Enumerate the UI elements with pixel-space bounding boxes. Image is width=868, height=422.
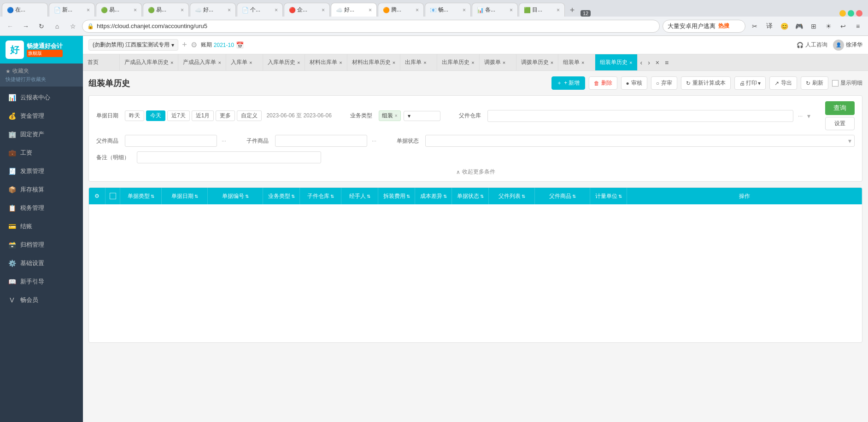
browser-tab-close-5[interactable]: × — [226, 7, 231, 13]
user-info[interactable]: 👤 徐泽华 — [833, 40, 862, 51]
settings-gear-icon[interactable]: ⚙ — [191, 40, 197, 49]
tab-next-button[interactable]: › — [645, 54, 653, 70]
sidebar-item-guide[interactable]: 📖 新手引导 — [0, 272, 83, 291]
tab-close-assembly[interactable]: × — [581, 60, 584, 65]
page-tab-home[interactable]: 首页 — [83, 54, 120, 70]
filter-settings-button[interactable]: 设置 — [825, 117, 855, 130]
browser-tab-7[interactable]: 🔴 企... × — [284, 3, 330, 17]
col-parent-goods[interactable]: 父件商品 ⇅ — [535, 188, 590, 204]
browser-tab-close-9[interactable]: × — [414, 7, 419, 13]
tab-close-assembly-history[interactable]: × — [629, 60, 632, 65]
game-icon[interactable]: 🎮 — [792, 20, 805, 33]
favorites-action[interactable]: 快捷键打开收藏夹 — [6, 76, 77, 83]
tab-close-all-button[interactable]: × — [653, 54, 662, 70]
tab-close-receipt[interactable]: × — [249, 60, 252, 65]
scissors-icon[interactable]: ✂ — [748, 20, 761, 33]
new-tab-button[interactable]: + — [566, 4, 579, 17]
delete-button[interactable]: 🗑 删除 — [589, 76, 617, 90]
sidebar-item-settlement[interactable]: 💳 结账 — [0, 217, 83, 236]
emoji-icon[interactable]: 😊 — [778, 20, 791, 33]
col-bill-type[interactable]: 单据类型 ⇅ — [120, 188, 162, 204]
browser-tab-2[interactable]: 📄 新... × — [49, 3, 95, 17]
browser-tab-8[interactable]: ☁️ 好... × — [331, 3, 377, 17]
browser-tab-5[interactable]: ☁️ 好... × — [190, 3, 236, 17]
biz-type-tag-remove[interactable]: × — [395, 113, 398, 118]
apps-icon[interactable]: ⊞ — [807, 20, 820, 33]
browser-tab-4[interactable]: 🟢 易... × — [143, 3, 189, 17]
browser-tab-11[interactable]: 📊 各... × — [472, 3, 518, 17]
tab-close-finished-goods-history[interactable]: × — [170, 60, 173, 65]
sidebar-item-inventory[interactable]: 📦 库存核算 — [0, 180, 83, 199]
forward-button[interactable]: → — [19, 20, 32, 33]
column-settings-icon[interactable]: ⚙ — [94, 193, 100, 199]
col-biz-type[interactable]: 业务类型 ⇅ — [263, 188, 300, 204]
col-handler[interactable]: 经手人 ⇅ — [341, 188, 378, 204]
period-selector[interactable]: 账期 2021-10 📅 — [201, 41, 244, 49]
service-button[interactable]: 🎧 人工咨询 — [797, 41, 827, 49]
col-select-all[interactable] — [106, 188, 120, 204]
tab-close-material-issue-history[interactable]: × — [393, 60, 395, 65]
page-tab-finished-goods-history[interactable]: 产成品入库单历史 × — [120, 54, 178, 70]
refresh-button[interactable]: ↻ 刷新 — [801, 76, 828, 90]
sidebar-item-tax[interactable]: 📋 税务管理 — [0, 199, 83, 217]
date-btn-more[interactable]: 更多 — [216, 110, 235, 121]
col-bill-date[interactable]: 单据日期 ⇅ — [162, 188, 208, 204]
browser-tab-close-8[interactable]: × — [367, 7, 372, 13]
page-tab-assembly-history[interactable]: 组装单历史 × — [595, 54, 637, 70]
date-btn-yesterday[interactable]: 昨天 — [125, 110, 144, 121]
sidebar-item-settings[interactable]: ⚙️ 基础设置 — [0, 254, 83, 272]
date-btn-custom[interactable]: 自定义 — [237, 110, 262, 121]
filter-collapse-button[interactable]: ∧ 收起更多条件 — [96, 168, 855, 176]
date-btn-7days[interactable]: 近7天 — [167, 110, 190, 121]
undo-icon[interactable]: ↩ — [837, 20, 850, 33]
browser-tab-close-2[interactable]: × — [85, 7, 90, 13]
translate-icon[interactable]: 译 — [763, 20, 776, 33]
home-button[interactable]: ⌂ — [51, 20, 64, 33]
browser-tab-close-11[interactable]: × — [508, 7, 513, 13]
show-detail-checkbox[interactable] — [832, 80, 839, 87]
sub-goods-more-icon[interactable]: ··· — [370, 138, 378, 144]
page-tab-receipt[interactable]: 入库单 × — [226, 54, 263, 70]
audit-button[interactable]: ● 审核 — [621, 76, 647, 90]
add-button[interactable]: ＋ + 新增 — [551, 76, 585, 90]
date-btn-1month[interactable]: 近1月 — [192, 110, 214, 121]
page-tab-issue-history[interactable]: 出库单历史 × — [437, 54, 479, 70]
select-all-checkbox[interactable] — [110, 193, 116, 199]
page-tab-transfer[interactable]: 调拨单 × — [480, 54, 516, 70]
sidebar-item-reports[interactable]: 📊 云报表中心 — [0, 88, 83, 107]
sidebar-item-member[interactable]: V 畅会员 — [0, 291, 83, 309]
col-bill-status[interactable]: 单据状态 ⇅ — [452, 188, 489, 204]
browser-tab-close-12[interactable]: × — [555, 7, 560, 13]
tab-close-transfer[interactable]: × — [503, 60, 505, 65]
recalculate-button[interactable]: ↻ 重新计算成本 — [681, 76, 731, 90]
tab-close-issue[interactable]: × — [423, 60, 426, 65]
sidebar-item-invoice[interactable]: 🧾 发票管理 — [0, 162, 83, 180]
discard-button[interactable]: ○ 弃审 — [651, 76, 677, 90]
close-browser-button[interactable] — [856, 10, 862, 17]
tab-settings-button[interactable]: ≡ — [662, 54, 671, 70]
minimize-button[interactable] — [839, 10, 846, 17]
page-tab-assembly[interactable]: 组装单 × — [558, 54, 595, 70]
print-button[interactable]: 🖨 打印 ▾ — [734, 76, 766, 90]
browser-tab-3[interactable]: 🟢 易... × — [96, 3, 142, 17]
parent-warehouse-dropdown-icon[interactable]: ▾ — [807, 112, 810, 120]
menu-icon[interactable]: ≡ — [851, 20, 864, 33]
page-tab-issue[interactable]: 出库单 × — [400, 54, 437, 70]
col-parent-list[interactable]: 父件列表 ⇅ — [489, 188, 535, 204]
col-bill-number[interactable]: 单据编号 ⇅ — [208, 188, 263, 204]
tab-prev-button[interactable]: ‹ — [638, 54, 645, 70]
col-unit[interactable]: 计量单位 ⇅ — [590, 188, 627, 204]
date-btn-today[interactable]: 今天 — [146, 110, 165, 121]
browser-tab-close-6[interactable]: × — [273, 7, 278, 13]
maximize-button[interactable] — [848, 10, 854, 17]
tab-close-material-issue[interactable]: × — [339, 60, 342, 65]
bill-status-dropdown-icon[interactable]: ▾ — [848, 137, 851, 145]
browser-tab-12[interactable]: 🟩 目... × — [519, 3, 565, 17]
browser-tab-close-10[interactable]: × — [461, 7, 466, 13]
page-tab-material-issue[interactable]: 材料出库单 × — [305, 54, 347, 70]
export-button[interactable]: ↗ 导出 — [769, 76, 797, 90]
company-selector[interactable]: (勿删勿禁用) 江西服宝测试专用 ▾ — [88, 39, 178, 51]
page-tab-transfer-history[interactable]: 调拨单历史 × — [516, 54, 558, 70]
browser-tab-close-4[interactable]: × — [179, 7, 184, 13]
tab-close-transfer-history[interactable]: × — [551, 60, 553, 65]
